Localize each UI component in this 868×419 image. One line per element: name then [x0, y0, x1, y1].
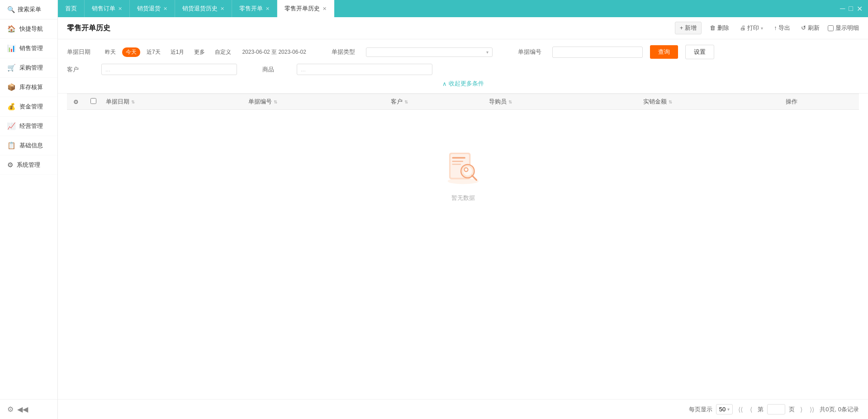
- sidebar-item-inventory[interactable]: 📦 库存核算: [0, 78, 57, 97]
- customer-label: 客户: [67, 66, 94, 74]
- sidebar-item-sales-mgmt[interactable]: 📊 销售管理: [0, 39, 57, 58]
- filter-settings-button[interactable]: 设置: [685, 45, 714, 59]
- refresh-button[interactable]: ↺ 刷新: [798, 22, 822, 34]
- doc-no-label: 单据编号: [518, 48, 545, 56]
- page-size-select[interactable]: 50 ▾: [716, 404, 733, 414]
- doc-no-input[interactable]: [552, 47, 643, 58]
- date-options: 昨天 今天 近7天 近1月 更多 自定义: [101, 47, 235, 57]
- doc-type-chevron-icon: ▾: [486, 50, 489, 55]
- sidebar-item-base-info[interactable]: 📋 基础信息: [0, 136, 57, 155]
- th-operations: 操作: [781, 94, 859, 110]
- tab-sales-return-label: 销货退货: [137, 5, 161, 13]
- customer-input[interactable]: ...: [101, 64, 237, 75]
- doc-type-label: 单据类型: [332, 48, 359, 56]
- tab-retail-open[interactable]: 零售开单 ✕: [232, 0, 277, 17]
- display-detail-checkbox[interactable]: [828, 25, 834, 31]
- sidebar-item-label: 资金管理: [19, 103, 43, 111]
- tab-sales-return[interactable]: 销货退货 ✕: [130, 0, 175, 17]
- content-area: 零售开单历史 + 新增 🗑 删除 🖨 打印 ▾ ↑ 导出 ↺ 刷新: [58, 17, 868, 419]
- refresh-button-label: ↺ 刷新: [801, 24, 820, 32]
- sidebar-search[interactable]: 🔍 搜索采单: [0, 0, 57, 19]
- sidebar-item-label: 基础信息: [19, 141, 43, 150]
- money-icon: 💰: [7, 103, 16, 111]
- date-today[interactable]: 今天: [122, 47, 140, 57]
- tab-retail-open-history[interactable]: 零售开单历史 ✕: [277, 0, 334, 17]
- sidebar-item-label: 销售管理: [19, 44, 43, 52]
- empty-state-illustration: [441, 146, 486, 187]
- svg-rect-3: [452, 157, 465, 159]
- goods-input[interactable]: ...: [297, 64, 432, 75]
- window-close-button[interactable]: ✕: [857, 5, 863, 13]
- collapse-sidebar-button[interactable]: ◀◀: [17, 405, 28, 414]
- th-doc-no-sort[interactable]: 单据编号 ⇅: [248, 98, 382, 106]
- tab-retail-open-close[interactable]: ✕: [266, 6, 270, 12]
- window-minimize-button[interactable]: ─: [840, 5, 845, 13]
- table-settings-icon[interactable]: ⚙: [73, 99, 79, 105]
- date-more[interactable]: 更多: [190, 47, 209, 57]
- query-button[interactable]: 查询: [650, 45, 678, 59]
- cart-icon: 🛒: [7, 64, 16, 72]
- sort-icon-doc-no: ⇅: [274, 99, 277, 104]
- settings-gear-button[interactable]: ⚙: [7, 405, 14, 414]
- th-guide-sort[interactable]: 导购员 ⇅: [489, 98, 600, 106]
- th-doc-no: 单据编号 ⇅: [244, 94, 386, 110]
- goods-placeholder: ...: [301, 66, 306, 73]
- date-yesterday[interactable]: 昨天: [101, 47, 119, 57]
- tab-sales-return-history-label: 销货退货历史: [182, 5, 218, 13]
- th-actual-amount-sort[interactable]: 实销金额 ⇅: [643, 98, 777, 106]
- tab-retail-open-history-label: 零售开单历史: [285, 5, 320, 13]
- export-button-label: ↑ 导出: [774, 24, 790, 32]
- page-title: 零售开单历史: [67, 24, 110, 33]
- date-1month[interactable]: 近1月: [167, 47, 188, 57]
- th-doc-date-sort[interactable]: 单据日期 ⇅: [106, 98, 239, 106]
- export-button[interactable]: ↑ 导出: [771, 22, 793, 34]
- display-detail-label: 显示明细: [835, 24, 859, 32]
- box-icon: 📦: [7, 83, 16, 91]
- th-customer-sort[interactable]: 客户 ⇅: [391, 98, 480, 106]
- tab-sales-return-history-close[interactable]: ✕: [220, 6, 224, 12]
- tab-sales-return-history[interactable]: 销货退货历史 ✕: [175, 0, 232, 17]
- select-all-checkbox[interactable]: [90, 98, 96, 104]
- print-button[interactable]: 🖨 打印 ▾: [737, 22, 766, 34]
- th-operations-label: 操作: [786, 98, 797, 105]
- delete-button[interactable]: 🗑 删除: [707, 22, 732, 34]
- date-filter-label: 单据日期: [67, 48, 94, 56]
- sidebar-item-quick-nav[interactable]: 🏠 快捷导航: [0, 19, 57, 39]
- filter-area: 单据日期 昨天 今天 近7天 近1月 更多 自定义 2023-06-02 至 2…: [58, 39, 868, 94]
- tab-sales-order[interactable]: 销售订单 ✕: [85, 0, 130, 17]
- toolbar: + 新增 🗑 删除 🖨 打印 ▾ ↑ 导出 ↺ 刷新 显示明细: [675, 22, 859, 34]
- empty-state-row: 暂无数据: [67, 110, 859, 239]
- sort-icon-customer: ⇅: [404, 99, 408, 104]
- sidebar-item-purchase-mgmt[interactable]: 🛒 采购管理: [0, 58, 57, 78]
- page-prev-button[interactable]: ⟨: [748, 405, 754, 414]
- sidebar-item-operations[interactable]: 📈 经营管理: [0, 117, 57, 136]
- tab-home[interactable]: 首页: [58, 0, 85, 17]
- doc-type-select[interactable]: ▾: [366, 47, 493, 57]
- date-custom[interactable]: 自定义: [211, 47, 235, 57]
- th-spacer: [605, 94, 639, 110]
- filter-collapse-toggle[interactable]: ∧ 收起更多条件: [67, 80, 859, 88]
- th-guide-label: 导购员: [489, 98, 507, 106]
- tab-retail-open-history-close[interactable]: ✕: [323, 6, 327, 12]
- page-next-button[interactable]: ⟩: [798, 405, 804, 414]
- add-button[interactable]: + 新增: [675, 22, 702, 34]
- th-doc-date-label: 单据日期: [106, 98, 129, 106]
- page-last-button[interactable]: ⟩⟩: [808, 405, 816, 414]
- tab-sales-order-close[interactable]: ✕: [118, 6, 122, 12]
- date-7days[interactable]: 近7天: [143, 47, 164, 57]
- sidebar-item-label: 库存核算: [19, 83, 43, 91]
- th-actual-amount: 实销金额 ⇅: [639, 94, 781, 110]
- th-doc-date: 单据日期 ⇅: [101, 94, 244, 110]
- sidebar-item-finance[interactable]: 💰 资金管理: [0, 97, 57, 117]
- tab-sales-return-close[interactable]: ✕: [163, 6, 167, 12]
- th-settings: ⚙: [67, 94, 85, 110]
- th-customer: 客户 ⇅: [386, 94, 484, 110]
- print-button-label: 🖨 打印: [740, 24, 759, 32]
- page-number-input[interactable]: 1: [767, 404, 785, 414]
- sidebar-item-sys-mgmt[interactable]: ⚙ 系统管理: [0, 155, 57, 175]
- chart-icon: 📊: [7, 44, 16, 52]
- sort-icon-actual-amount: ⇅: [669, 99, 672, 104]
- window-maximize-button[interactable]: □: [849, 5, 853, 13]
- display-detail-button[interactable]: 显示明细: [828, 24, 859, 32]
- page-first-button[interactable]: ⟨⟨: [736, 405, 745, 414]
